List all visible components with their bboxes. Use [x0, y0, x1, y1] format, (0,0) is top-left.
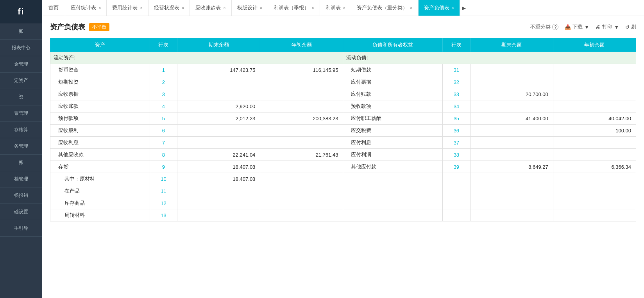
sidebar-item-settings[interactable]: 础设置 [0, 204, 42, 220]
sidebar-item-archive[interactable]: 档管理 [0, 171, 42, 187]
right-begin-balance [553, 64, 636, 76]
left-item-label: 应收利息 [50, 137, 150, 149]
page-title-area: 资产负债表 不平衡 [50, 22, 109, 32]
right-end-balance [470, 76, 553, 88]
sidebar-item-book[interactable]: 账 [0, 155, 42, 171]
tab-receivable-aging[interactable]: 应收账龄表 × [190, 0, 231, 16]
download-button[interactable]: 📥 下载 ▼ [565, 23, 589, 30]
tab-close-expense[interactable]: × [140, 5, 142, 10]
print-icon: 🖨 [596, 24, 601, 30]
right-item-label: 应付利息 [343, 137, 443, 149]
right-begin-balance: 40,042.00 [553, 112, 636, 125]
sidebar-item-assets[interactable]: 定资产 [0, 73, 42, 89]
col-row-num-right: 行次 [443, 38, 470, 52]
sidebar-item-fund[interactable]: 金管理 [0, 56, 42, 73]
table-row: 应收股利 6 应交税费 36 100.00 [50, 125, 636, 137]
tab-close-balance-r[interactable]: × [410, 5, 412, 10]
right-end-balance [470, 209, 553, 221]
tab-expense-stats[interactable]: 费用统计表 × [107, 0, 148, 16]
tab-close-operation[interactable]: × [182, 5, 184, 10]
section-right-label: 流动负债: [343, 52, 636, 64]
page-title: 资产负债表 [50, 22, 85, 32]
tab-close-template[interactable]: × [260, 5, 262, 10]
tab-scroll-right[interactable]: ▶ [460, 0, 468, 16]
right-begin-balance [553, 100, 636, 112]
left-end-balance [177, 197, 260, 209]
left-item-label: 应收票据 [50, 88, 150, 100]
table-row: 预付款项 5 2,012.23 200,383.23 应付职工薪酬 35 41,… [50, 112, 636, 125]
right-end-balance [470, 137, 553, 149]
refresh-button[interactable]: ↺ 刷 [625, 23, 636, 30]
left-begin-balance [260, 209, 343, 221]
tab-balance[interactable]: 资产负债表 × [419, 0, 460, 16]
sidebar-item-tax[interactable]: 务管理 [0, 138, 42, 155]
print-button[interactable]: 🖨 打印 ▼ [596, 23, 619, 30]
left-begin-balance: 116,145.95 [260, 64, 343, 76]
right-end-balance: 41,400.00 [470, 112, 553, 125]
left-item-label: 应收账款 [50, 100, 150, 112]
table-row: 周转材料 13 [50, 209, 636, 221]
tab-close-balance[interactable]: × [452, 5, 454, 10]
right-row-num: 37 [443, 137, 470, 149]
tab-operation[interactable]: 经营状况表 × [148, 0, 190, 16]
tab-close-receivable[interactable]: × [223, 5, 225, 10]
no-reclassify[interactable]: 不重分类 ? [530, 23, 558, 30]
help-icon[interactable]: ? [552, 24, 558, 30]
tab-profit[interactable]: 利润表 × [320, 0, 351, 16]
col-assets: 资产 [50, 38, 150, 52]
right-item-label: 应付职工薪酬 [343, 112, 443, 125]
tab-close-profit-q[interactable]: × [311, 5, 314, 10]
left-row-num: 11 [150, 185, 177, 197]
tab-close-profit[interactable]: × [343, 5, 345, 10]
tab-bar: 首页 应付统计表 × 费用统计表 × 经营状况表 × 应收账龄表 × 模版设计 … [42, 0, 644, 16]
table-row: 流动资产: 流动负债: [50, 52, 636, 64]
tab-template[interactable]: 模版设计 × [232, 0, 268, 16]
right-item-label [343, 209, 443, 221]
right-begin-balance [553, 149, 636, 161]
left-begin-balance [260, 137, 343, 149]
right-begin-balance [553, 76, 636, 88]
table-row: 应收账款 4 2,920.00 预收款项 34 [50, 100, 636, 112]
sidebar-item-invest[interactable]: 资 [0, 89, 42, 105]
left-begin-balance [260, 88, 343, 100]
tab-profit-quarterly[interactable]: 利润表（季报） × [268, 0, 320, 16]
left-begin-balance [260, 173, 343, 185]
right-item-label [343, 173, 443, 185]
table-row: 其中：原材料 10 18,407.08 [50, 173, 636, 185]
sidebar-item-stock[interactable]: 存核算 [0, 122, 42, 138]
left-end-balance: 147,423.75 [177, 64, 260, 76]
left-end-balance [177, 209, 260, 221]
left-item-label: 其中：原材料 [50, 173, 150, 185]
left-item-label: 在产品 [50, 185, 150, 197]
left-row-num: 12 [150, 197, 177, 209]
tab-home[interactable]: 首页 [42, 0, 65, 16]
refresh-icon: ↺ [625, 24, 630, 30]
right-row-num: 33 [443, 88, 470, 100]
sidebar-item-guide[interactable]: 手引导 [0, 220, 42, 237]
page-header: 资产负债表 不平衡 不重分类 ? 📥 下载 ▼ 🖨 打印 [50, 22, 636, 32]
tab-close-payable[interactable]: × [98, 5, 101, 10]
left-row-num: 1 [150, 64, 177, 76]
right-end-balance [470, 149, 553, 161]
tab-balance-reclassify[interactable]: 资产负债表（重分类） × [351, 0, 418, 16]
chevron-down-icon: ▼ [584, 24, 589, 30]
tab-payable-stats[interactable]: 应付统计表 × [65, 0, 107, 16]
col-row-num-left: 行次 [150, 38, 177, 52]
right-row-num: 36 [443, 125, 470, 137]
left-row-num: 4 [150, 100, 177, 112]
right-end-balance: 20,700.00 [470, 88, 553, 100]
right-row-num [443, 185, 470, 197]
left-row-num: 9 [150, 161, 177, 173]
sidebar-item-expense[interactable]: 畅报销 [0, 187, 42, 204]
sidebar-item-reports[interactable]: 报表中心 [0, 40, 42, 56]
toolbar-right: 不重分类 ? 📥 下载 ▼ 🖨 打印 ▼ ↺ 刷 [530, 23, 636, 30]
right-end-balance: 8,649.27 [470, 161, 553, 173]
sidebar-item-ticket[interactable]: 票管理 [0, 105, 42, 122]
left-begin-balance [260, 185, 343, 197]
sidebar-item-account[interactable]: 账 [0, 23, 42, 40]
left-end-balance: 18,407.08 [177, 173, 260, 185]
right-row-num [443, 197, 470, 209]
right-begin-balance [553, 173, 636, 185]
left-item-label: 库存商品 [50, 197, 150, 209]
right-item-label: 预收款项 [343, 100, 443, 112]
